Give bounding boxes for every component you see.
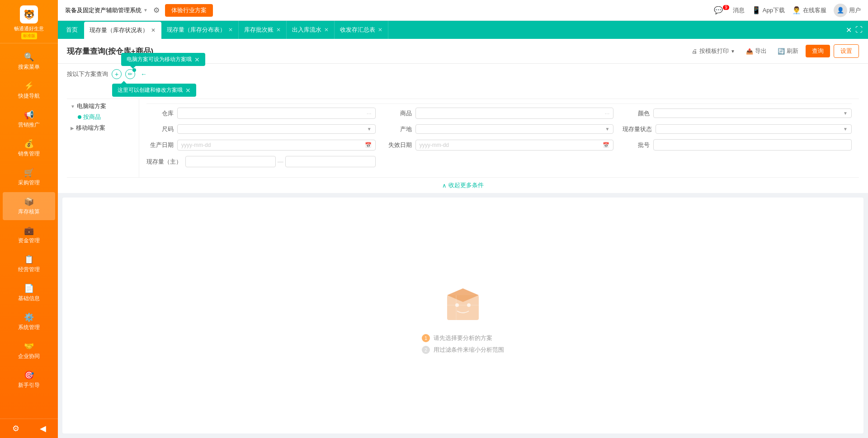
filter-edit-btn[interactable]: ✏ xyxy=(125,69,135,79)
settings-btn[interactable]: 设置 xyxy=(834,44,859,58)
empty-state: 1 请先选择要分析的方案 2 用过滤条件来缩小分析范围 xyxy=(422,277,504,354)
sidebar-item-system[interactable]: ⚙️ 系统管理 xyxy=(3,308,55,336)
message-label: 消息 xyxy=(733,6,745,14)
origin-select[interactable]: ▼ xyxy=(415,124,614,134)
template-print-btn[interactable]: 🖨 按模板打印 ▼ xyxy=(688,45,739,57)
color-select[interactable]: ▼ xyxy=(653,108,852,118)
tab-batch-label: 库存批次账 xyxy=(244,26,274,34)
expire-date-input[interactable]: yyyy-mm-dd 📅 xyxy=(415,140,614,151)
collapse-btn[interactable]: ∧ 收起更多条件 xyxy=(442,181,484,189)
quick-icon: ⚡ xyxy=(24,81,34,91)
scheme-mobile[interactable]: ▶ 移动端方案 xyxy=(67,122,139,133)
expand-icon2: ▶ xyxy=(71,126,74,131)
header-user-btn[interactable]: 👤 用户 xyxy=(834,4,861,17)
tab-summary-label: 收发存汇总表 xyxy=(340,26,375,34)
sidebar-item-label: 资金管理 xyxy=(18,237,40,245)
stock-status-select[interactable]: ▼ xyxy=(656,124,852,134)
refresh-btn[interactable]: 🔄 刷新 xyxy=(774,45,802,57)
content-body: 1 请先选择要分析的方案 2 用过滤条件来缩小分析范围 xyxy=(62,198,863,433)
sidebar-item-sales[interactable]: 💰 销售管理 xyxy=(3,134,55,162)
batch-no-input[interactable] xyxy=(653,139,852,151)
stock-status-label: 现存量状态 xyxy=(623,125,652,133)
search-btn[interactable]: 查询 xyxy=(806,45,830,57)
tab-summary[interactable]: 收发存汇总表 ✕ xyxy=(335,21,388,39)
size-arrow-icon: ▼ xyxy=(367,127,372,132)
page-actions: 🖨 按模板打印 ▼ 📤 导出 🔄 刷新 查询 设置 xyxy=(688,44,859,58)
tab-bar-end: ✕ ⛶ xyxy=(846,26,866,34)
tab-inout-close[interactable]: ✕ xyxy=(324,27,329,33)
avatar: 👤 xyxy=(834,4,847,17)
sidebar-item-label: 采购管理 xyxy=(18,179,40,187)
sidebar-item-marketing[interactable]: 📢 营销推广 xyxy=(3,105,55,133)
stock-qty-max[interactable] xyxy=(285,156,376,167)
stock-qty-min[interactable] xyxy=(185,156,276,167)
tab-inout[interactable]: 出入库流水 ✕ xyxy=(287,21,335,39)
collapse-arrow-icon: ∧ xyxy=(442,182,447,189)
collapse-sidebar-btn[interactable]: ◀ xyxy=(40,424,46,433)
calendar2-icon: 📅 xyxy=(603,142,609,148)
header-right: 💬 9 消息 📱 App下载 👨‍💼 在线客服 👤 用户 xyxy=(714,4,861,17)
top-header: 装备及固定资产辅助管理系统 ▼ ⚙ 体验行业方案 💬 9 消息 📱 App下载 … xyxy=(58,0,868,21)
export-btn[interactable]: 📤 导出 xyxy=(742,45,770,57)
settings-bottom-btn[interactable]: ⚙ xyxy=(12,424,19,433)
trial-btn[interactable]: 体验行业方案 xyxy=(165,4,213,17)
produce-date-input[interactable]: yyyy-mm-dd 📅 xyxy=(177,140,376,151)
filter-section: 按以下方案查询 + ✏ ← 电脑方案可设为移动方案哦 ✕ 这里可以创建和修改方案… xyxy=(58,64,868,193)
sidebar-item-enterprise[interactable]: 🤝 企业协同 xyxy=(3,337,55,365)
search-icon: 🔍 xyxy=(24,52,34,62)
tab-close-all-btn[interactable]: ✕ xyxy=(846,26,852,34)
logo-text: 畅通通好生意 xyxy=(14,25,44,32)
tab-stock-dist[interactable]: 现存量（库存分布表） ✕ xyxy=(161,21,239,39)
size-select[interactable]: ▼ xyxy=(177,124,376,134)
tooltip2-close-btn[interactable]: ✕ xyxy=(185,87,191,94)
calendar-icon: 📅 xyxy=(365,142,372,148)
tab-fullscreen-btn[interactable]: ⛶ xyxy=(855,26,863,34)
goods-select[interactable]: ··· xyxy=(415,108,614,119)
sidebar-item-guide[interactable]: 🎯 新手引导 xyxy=(3,366,55,394)
system-title[interactable]: 装备及固定资产辅助管理系统 ▼ xyxy=(65,6,148,14)
warehouse-label: 仓库 xyxy=(146,109,174,118)
expand-icon: ▼ xyxy=(71,104,75,109)
sidebar-item-search[interactable]: 🔍 搜索菜单 xyxy=(3,47,55,75)
sidebar: 🐯 畅通通好生意 标准版 🔍 搜索菜单 ⚡ 快捷导航 📢 营销推广 💰 销售管理… xyxy=(0,0,58,438)
tab-batch-close[interactable]: ✕ xyxy=(276,27,281,33)
warehouse-select[interactable]: ··· xyxy=(177,108,376,119)
empty-text: 1 请先选择要分析的方案 2 用过滤条件来缩小分析范围 xyxy=(422,334,504,354)
sidebar-item-finance[interactable]: 💼 资金管理 xyxy=(3,221,55,249)
tab-stock-status-close[interactable]: ✕ xyxy=(151,27,156,33)
header-left: 装备及固定资产辅助管理系统 ▼ ⚙ 体验行业方案 xyxy=(65,4,213,17)
empty-illustration xyxy=(436,277,490,327)
tab-summary-close[interactable]: ✕ xyxy=(378,27,382,33)
filter-back-btn[interactable]: ← xyxy=(139,69,149,79)
scheme-desktop[interactable]: ▼ 电脑端方案 xyxy=(67,101,139,112)
filter-produce-date: 生产日期 yyyy-mm-dd 📅 xyxy=(146,139,376,151)
sidebar-item-quick[interactable]: ⚡ 快捷导航 xyxy=(3,76,55,104)
header-app-btn[interactable]: 📱 App下载 xyxy=(752,6,785,14)
scheme-desktop-default[interactable]: 按商品 xyxy=(67,112,139,122)
sidebar-item-stock[interactable]: 📦 库存核算 xyxy=(3,192,55,220)
dropdown-arrow-icon: ▼ xyxy=(143,8,148,13)
tab-home[interactable]: 首页 xyxy=(60,26,84,34)
size-label: 尺码 xyxy=(146,125,174,133)
header-settings-btn[interactable]: ⚙ xyxy=(153,6,160,14)
step1-text: 请先选择要分析的方案 xyxy=(434,334,492,342)
goods-dots: ··· xyxy=(604,110,609,117)
tab-batch[interactable]: 库存批次账 ✕ xyxy=(239,21,287,39)
sidebar-item-operations[interactable]: 📋 经营管理 xyxy=(3,250,55,278)
operations-icon: 📋 xyxy=(24,254,34,264)
tooltip1-close-btn[interactable]: ✕ xyxy=(194,56,200,63)
filter-add-btn[interactable]: + xyxy=(112,69,122,79)
stock-status-arrow-icon: ▼ xyxy=(843,127,848,132)
filter-stock-qty: 现存量（主） — xyxy=(146,156,376,167)
tab-stock-dist-close[interactable]: ✕ xyxy=(228,27,233,33)
header-message-btn[interactable]: 💬 9 消息 xyxy=(714,6,745,14)
header-support-btn[interactable]: 👨‍💼 在线客服 xyxy=(792,6,826,14)
goods-label: 商品 xyxy=(385,109,412,118)
sidebar-item-purchase[interactable]: 🛒 采购管理 xyxy=(3,163,55,191)
filter-stock-status: 现存量状态 ▼ xyxy=(623,124,852,134)
filter-goods: 商品 ··· xyxy=(385,108,614,119)
export-icon: 📤 xyxy=(746,48,753,55)
tab-stock-status[interactable]: 现存量（库存状况表） ✕ xyxy=(84,22,161,39)
active-dot xyxy=(78,115,81,119)
sidebar-item-basic[interactable]: 📄 基础信息 xyxy=(3,279,55,307)
